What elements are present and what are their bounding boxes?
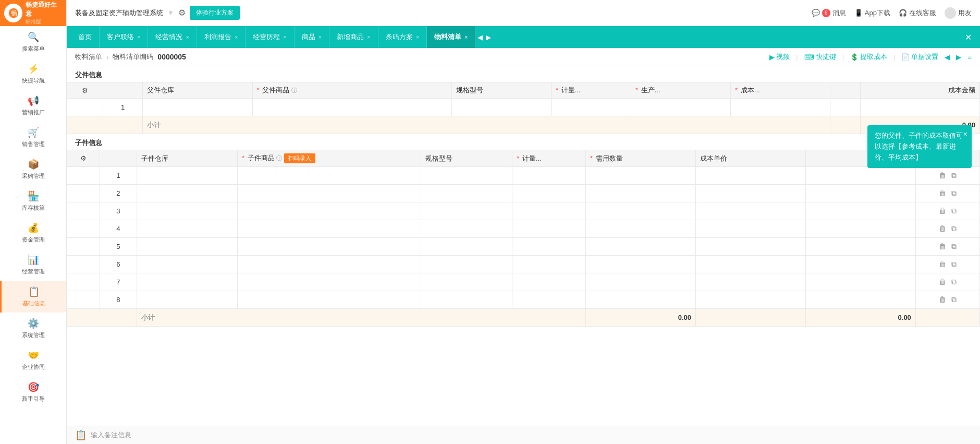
- child-row-unitprice[interactable]: [695, 167, 805, 185]
- child-row-unit[interactable]: [512, 291, 586, 309]
- copy-icon[interactable]: ⧉: [951, 171, 957, 179]
- child-row-unit[interactable]: [512, 202, 586, 220]
- child-row-warehouse[interactable]: [137, 167, 237, 185]
- child-row-warehouse[interactable]: [137, 185, 237, 202]
- sidebar-item-purchase[interactable]: 📦 采购管理: [0, 153, 66, 185]
- child-row-qty[interactable]: [586, 273, 696, 291]
- action-cost[interactable]: 💲 提取成本: [850, 52, 887, 62]
- settings-icon[interactable]: ⚙: [82, 87, 88, 94]
- action-shortcut[interactable]: ⌨ 快捷键: [804, 52, 836, 62]
- tab-close-client[interactable]: ×: [137, 34, 140, 40]
- nav-left-arrow[interactable]: ◀: [945, 53, 950, 61]
- child-row-qty[interactable]: [586, 291, 696, 309]
- delete-icon[interactable]: 🗑: [939, 189, 946, 197]
- child-row-unit[interactable]: [512, 167, 586, 185]
- child-row-product[interactable]: [237, 238, 421, 256]
- row-unit-cell[interactable]: [552, 99, 631, 116]
- child-row-warehouse[interactable]: [137, 273, 237, 291]
- child-row-unitprice[interactable]: [695, 256, 805, 273]
- tab-new-goods[interactable]: 新增商品 ×: [329, 26, 378, 48]
- row-warehouse-cell[interactable]: [143, 99, 252, 116]
- service-item[interactable]: 🎧 在线客服: [899, 8, 936, 18]
- child-row-qty[interactable]: [586, 202, 696, 220]
- trial-button[interactable]: 体验行业方案: [190, 6, 240, 20]
- child-row-qty[interactable]: [586, 256, 696, 273]
- sidebar-item-ops[interactable]: 📊 经营管理: [0, 249, 66, 281]
- child-row-unitprice[interactable]: [695, 238, 805, 256]
- sidebar-item-finance[interactable]: 💰 资金管理: [0, 217, 66, 249]
- tab-close-profit[interactable]: ×: [235, 34, 238, 40]
- child-row-unit[interactable]: [512, 185, 586, 202]
- app-download-item[interactable]: 📱 App下载: [854, 8, 890, 18]
- action-view[interactable]: ▶ 视频: [769, 52, 790, 62]
- nav-prev-arrow[interactable]: ◀: [476, 33, 484, 41]
- child-row-unit[interactable]: [512, 273, 586, 291]
- sidebar-item-marketing[interactable]: 📢 营销推广: [0, 90, 66, 122]
- tab-goods[interactable]: 商品 ×: [295, 26, 329, 48]
- child-row-product[interactable]: [237, 220, 421, 238]
- child-row-warehouse[interactable]: [137, 202, 237, 220]
- child-row-qty[interactable]: [586, 220, 696, 238]
- child-row-unitprice[interactable]: [695, 220, 805, 238]
- child-row-unitprice[interactable]: [695, 202, 805, 220]
- gear-settings-button[interactable]: ⚙: [178, 8, 186, 18]
- tab-close-history[interactable]: ×: [283, 34, 286, 40]
- tab-close-barcode[interactable]: ×: [416, 34, 419, 40]
- note-text[interactable]: 输入备注信息: [91, 430, 131, 440]
- message-item[interactable]: 💬 6 消息: [812, 8, 846, 18]
- child-row-warehouse[interactable]: [137, 238, 237, 256]
- tab-barcode[interactable]: 条码方案 ×: [378, 26, 427, 48]
- copy-icon[interactable]: ⧉: [951, 242, 957, 250]
- child-row-spec[interactable]: [421, 291, 512, 309]
- tab-close-bom[interactable]: ×: [464, 34, 468, 40]
- child-row-spec[interactable]: [421, 256, 512, 273]
- child-row-unit[interactable]: [512, 220, 586, 238]
- tab-business[interactable]: 经营情况 ×: [148, 26, 197, 48]
- child-row-product[interactable]: [237, 167, 421, 185]
- delete-icon[interactable]: 🗑: [939, 242, 946, 250]
- tab-bom[interactable]: 物料清单 ×: [427, 26, 475, 48]
- delete-icon[interactable]: 🗑: [939, 224, 946, 233]
- copy-icon[interactable]: ⧉: [951, 189, 957, 197]
- delete-icon[interactable]: 🗑: [939, 295, 946, 304]
- child-row-spec[interactable]: [421, 238, 512, 256]
- close-all-tabs-button[interactable]: ✕: [961, 32, 976, 42]
- child-row-unit[interactable]: [512, 238, 586, 256]
- delete-icon[interactable]: 🗑: [939, 260, 946, 268]
- child-row-spec[interactable]: [421, 167, 512, 185]
- tooltip-close-button[interactable]: ×: [963, 128, 967, 140]
- child-row-unitprice[interactable]: [695, 273, 805, 291]
- child-row-unitprice[interactable]: [695, 291, 805, 309]
- child-row-warehouse[interactable]: [137, 256, 237, 273]
- breadcrumb-bom[interactable]: 物料清单: [75, 52, 102, 62]
- child-row-spec[interactable]: [421, 185, 512, 202]
- sidebar-item-sales[interactable]: 🛒 销售管理: [0, 122, 66, 153]
- row-cost-cell[interactable]: [731, 99, 830, 116]
- action-settings[interactable]: 📄 单据设置: [901, 52, 938, 62]
- sidebar-item-basic[interactable]: 📋 基础信息: [0, 281, 66, 313]
- child-row-product[interactable]: [237, 202, 421, 220]
- sidebar-item-quick-nav[interactable]: ⚡ 快捷导航: [0, 58, 66, 90]
- copy-icon[interactable]: ⧉: [951, 207, 957, 215]
- sidebar-item-search[interactable]: 🔍 搜索菜单: [0, 26, 66, 58]
- copy-icon[interactable]: ⧉: [951, 260, 957, 268]
- child-row-qty[interactable]: [586, 238, 696, 256]
- child-row-warehouse[interactable]: [137, 291, 237, 309]
- tab-client[interactable]: 客户联络 ×: [100, 26, 148, 48]
- child-row-warehouse[interactable]: [137, 220, 237, 238]
- scan-input-button[interactable]: 扫码录入: [284, 153, 315, 163]
- tab-home[interactable]: 首页: [71, 26, 100, 48]
- child-row-qty[interactable]: [586, 167, 696, 185]
- sidebar-item-collab[interactable]: 🤝 企业协同: [0, 344, 66, 376]
- nav-right-arrow[interactable]: ▶: [956, 53, 961, 61]
- child-row-product[interactable]: [237, 256, 421, 273]
- tab-close-business[interactable]: ×: [186, 34, 189, 40]
- row-product-cell[interactable]: [252, 99, 451, 116]
- sidebar-item-inventory[interactable]: 🏪 库存核算: [0, 185, 66, 217]
- delete-icon[interactable]: 🗑: [939, 171, 946, 179]
- user-item[interactable]: 用友: [945, 7, 972, 19]
- tab-history[interactable]: 经营历程 ×: [246, 26, 294, 48]
- row-spec-cell[interactable]: [451, 99, 551, 116]
- delete-icon[interactable]: 🗑: [939, 278, 946, 286]
- delete-icon[interactable]: 🗑: [939, 207, 946, 215]
